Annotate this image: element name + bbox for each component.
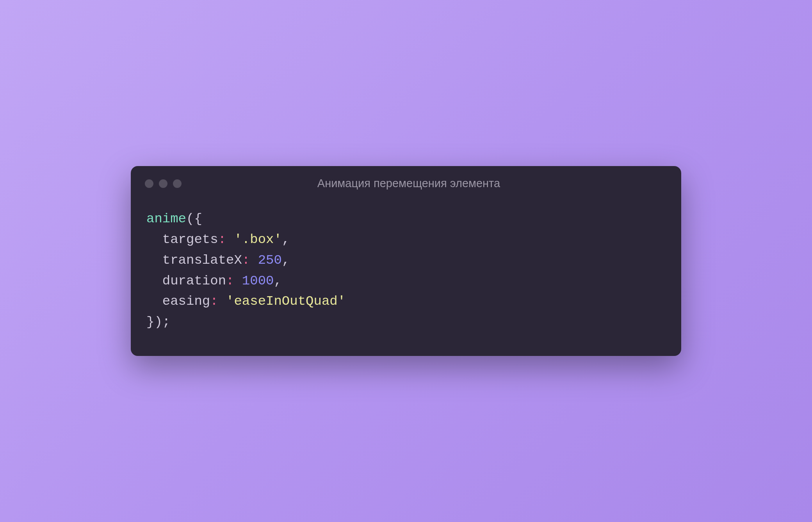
code-punct: });: [146, 315, 170, 329]
code-indent: [146, 274, 162, 288]
code-indent: [146, 253, 162, 268]
code-comma: ,: [282, 253, 290, 268]
code-colon: :: [210, 294, 218, 309]
code-number: 1000: [242, 274, 274, 288]
window-titlebar: Анимация перемещения элемента: [131, 166, 681, 198]
code-colon: :: [226, 274, 234, 288]
code-colon: :: [242, 253, 250, 268]
code-space: [226, 232, 234, 247]
window-title: Анимация перемещения элемента: [150, 177, 667, 190]
code-number: 250: [258, 253, 282, 268]
code-space: [234, 274, 242, 288]
code-space: [250, 253, 258, 268]
code-colon: :: [218, 232, 226, 247]
code-indent: [146, 232, 162, 247]
code-indent: [146, 294, 162, 309]
code-comma: ,: [274, 274, 281, 288]
code-editor[interactable]: anime({ targets: '.box', translateX: 250…: [131, 198, 681, 356]
code-property: easing: [162, 294, 210, 309]
code-property: translateX: [162, 253, 242, 268]
code-function-name: anime: [146, 211, 186, 226]
code-property: targets: [162, 232, 218, 247]
code-window: Анимация перемещения элемента anime({ ta…: [131, 166, 681, 356]
code-property: duration: [162, 274, 226, 288]
code-string: '.box': [234, 232, 281, 247]
code-comma: ,: [282, 232, 290, 247]
code-space: [218, 294, 226, 309]
code-punct: ({: [186, 211, 202, 226]
code-string: 'easeInOutQuad': [226, 294, 345, 309]
